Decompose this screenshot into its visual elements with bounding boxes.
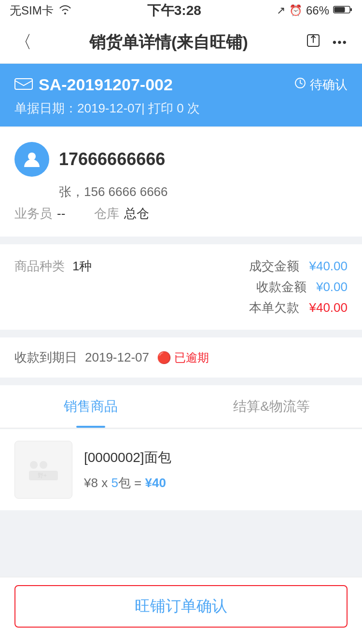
svg-text:野+: 野+ xyxy=(38,472,47,479)
owed-label: 本单欠款 xyxy=(249,299,299,316)
status-bar: 无SIM卡 下午3:28 ↗ ⏰ 66% xyxy=(0,0,362,21)
product-unit: 包 xyxy=(118,476,131,490)
battery-icon xyxy=(333,4,352,17)
product-qty: 5 xyxy=(111,476,118,490)
amounts: 成交金额 ¥40.00 收款金额 ¥0.00 本单欠款 ¥40.00 xyxy=(249,258,348,316)
received-label: 收款金额 xyxy=(256,279,306,295)
customer-card: 17666666666 张，156 6666 6666 业务员 -- 仓库 总仓 xyxy=(0,127,362,237)
carrier-label: 无SIM卡 xyxy=(10,3,54,18)
table-row: 野+ [0000002]面包 ¥8 x 5包 = ¥40 xyxy=(0,429,362,510)
customer-name: 张，156 6666 6666 xyxy=(14,183,348,200)
order-header: SA-20191207-002 待确认 单据日期：2019-12-07| 打印 … xyxy=(0,64,362,126)
more-icon[interactable]: ••• xyxy=(333,36,348,49)
warehouse-field: 仓库 总仓 xyxy=(94,205,149,222)
product-info: [0000002]面包 ¥8 x 5包 = ¥40 xyxy=(84,448,348,491)
salesman-value: -- xyxy=(57,206,65,221)
wifi-icon xyxy=(58,4,72,17)
salesman-label: 业务员 xyxy=(14,205,52,222)
status-right: ↗ ⏰ 66% xyxy=(277,4,352,17)
order-icon xyxy=(14,75,33,94)
svg-rect-5 xyxy=(15,79,32,89)
amount-label: 成交金额 xyxy=(249,258,299,275)
customer-meta: 业务员 -- 仓库 总仓 xyxy=(14,205,348,222)
tab-settlement[interactable]: 结算&物流等 xyxy=(181,385,362,428)
salesman-field: 业务员 -- xyxy=(14,205,65,222)
status-text: 待确认 xyxy=(310,76,348,93)
back-button[interactable]: 〈 xyxy=(14,30,32,54)
tab-sales[interactable]: 销售商品 xyxy=(0,385,181,428)
avatar xyxy=(14,142,49,177)
summary-card: 商品种类 1种 成交金额 ¥40.00 收款金额 ¥0.00 本单欠款 ¥40.… xyxy=(0,244,362,330)
due-label: 收款到期日 xyxy=(14,349,77,366)
product-total: ¥40 xyxy=(145,476,166,490)
overdue-text: 已逾期 xyxy=(174,350,209,365)
page-title: 销货单详情(来自旺铺) xyxy=(89,31,248,54)
status-left: 无SIM卡 xyxy=(10,3,72,18)
svg-point-9 xyxy=(40,461,47,469)
gps-icon: ↗ xyxy=(277,4,285,17)
product-price: ¥8 x 5包 = ¥40 xyxy=(84,475,348,491)
tab-active-indicator xyxy=(76,426,105,428)
nav-actions: ••• xyxy=(306,33,348,52)
owed-row: 本单欠款 ¥40.00 xyxy=(249,299,348,316)
product-types: 商品种类 1种 xyxy=(14,258,92,275)
svg-rect-2 xyxy=(334,7,345,13)
warehouse-label: 仓库 xyxy=(94,205,119,222)
alarm-icon: ⏰ xyxy=(289,4,302,17)
svg-point-7 xyxy=(28,153,36,160)
svg-rect-1 xyxy=(350,8,352,11)
bottom-bar: 旺铺订单确认 xyxy=(0,577,362,644)
overdue-badge: 🔴 已逾期 xyxy=(157,350,209,365)
product-thumbnail: 野+ xyxy=(14,441,72,499)
price-base: ¥8 xyxy=(84,476,98,490)
order-id: SA-20191207-002 xyxy=(14,75,173,94)
order-date: 单据日期：2019-12-07| 打印 0 次 xyxy=(14,100,348,117)
customer-phone: 17666666666 xyxy=(59,149,165,169)
order-status: 待确认 xyxy=(294,76,348,93)
product-types-value: 1种 xyxy=(72,258,92,275)
due-date: 2019-12-07 xyxy=(85,350,149,365)
nav-bar: 〈 销货单详情(来自旺铺) ••• xyxy=(0,21,362,64)
svg-point-8 xyxy=(30,461,38,469)
product-name: [0000002]面包 xyxy=(84,448,348,467)
multiply-symbol: x xyxy=(101,476,111,490)
amount-row: 成交金额 ¥40.00 xyxy=(249,258,348,275)
equals-symbol: = xyxy=(134,476,145,490)
product-types-label: 商品种类 xyxy=(14,258,65,275)
received-row: 收款金额 ¥0.00 xyxy=(256,279,348,295)
tab-bar: 销售商品 结算&物流等 xyxy=(0,385,362,428)
overdue-icon: 🔴 xyxy=(157,351,171,364)
share-icon[interactable] xyxy=(306,33,321,52)
battery-label: 66% xyxy=(306,4,329,17)
received-value: ¥0.00 xyxy=(316,280,348,294)
warehouse-value: 总仓 xyxy=(124,205,149,222)
clock-icon xyxy=(294,77,306,92)
status-time: 下午3:28 xyxy=(147,1,201,20)
owed-value: ¥40.00 xyxy=(309,300,348,315)
order-id-row: SA-20191207-002 待确认 xyxy=(14,75,348,94)
customer-top: 17666666666 xyxy=(14,142,348,177)
amount-value: ¥40.00 xyxy=(309,259,348,274)
confirm-order-button[interactable]: 旺铺订单确认 xyxy=(14,585,348,628)
due-date-card: 收款到期日 2019-12-07 🔴 已逾期 xyxy=(0,337,362,378)
product-list: 野+ [0000002]面包 ¥8 x 5包 = ¥40 xyxy=(0,429,362,510)
